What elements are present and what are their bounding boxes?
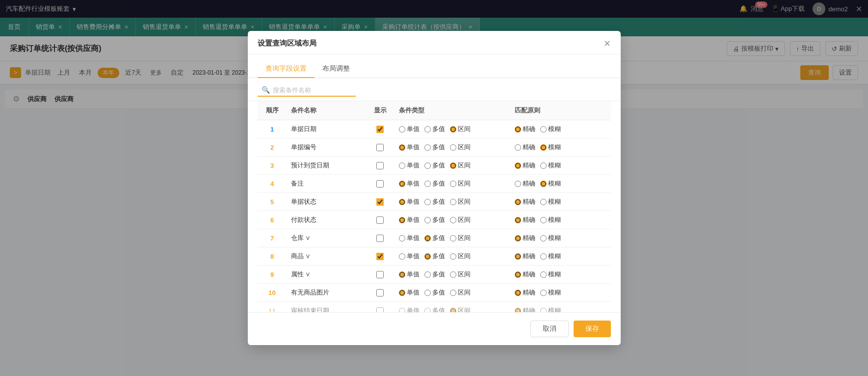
th-display: 显示 (366, 101, 395, 114)
conditions-table: 顺序 条件名称 显示 条件类型 匹配原则 (258, 101, 611, 114)
th-name: 条件名称 (287, 101, 366, 114)
dialog-header: 设置查询区域布局 ✕ (248, 31, 621, 54)
dialog-tab-field-settings[interactable]: 查询字段设置 (258, 60, 315, 78)
th-order: 顺序 (258, 101, 287, 114)
th-match: 匹配原则 (511, 101, 611, 114)
dialog-tab-layout[interactable]: 布局调整 (315, 60, 358, 78)
dialog-tab-field-settings-label: 查询字段设置 (265, 64, 307, 72)
th-type: 条件类型 (395, 101, 511, 114)
dialog-tabs: 查询字段设置 布局调整 (248, 54, 621, 78)
search-icon: 🔍 (262, 86, 270, 94)
search-wrap: 🔍 (258, 84, 356, 97)
modal-overlay: 设置查询区域布局 ✕ 查询字段设置 布局调整 🔍 (0, 0, 868, 114)
dialog-search-area: 🔍 (248, 78, 621, 101)
dialog-table-wrap: 顺序 条件名称 显示 条件类型 匹配原则 (248, 101, 621, 114)
dialog-close-button[interactable]: ✕ (604, 39, 611, 48)
search-input[interactable] (273, 86, 346, 94)
dialog-tab-layout-label: 布局调整 (322, 64, 350, 72)
settings-dialog: 设置查询区域布局 ✕ 查询字段设置 布局调整 🔍 (248, 31, 621, 114)
dialog-title: 设置查询区域布局 (258, 39, 316, 48)
